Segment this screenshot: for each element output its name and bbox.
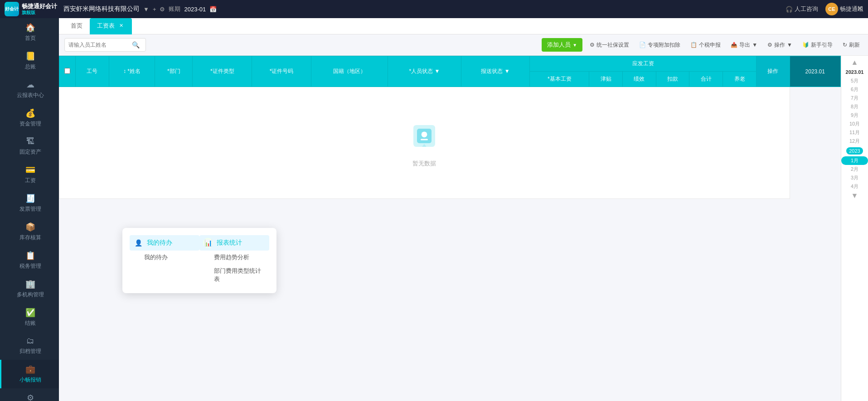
float-menu-item-todo[interactable]: 我的待办 bbox=[130, 251, 199, 264]
customer-service-btn[interactable]: 🎧 人工咨询 bbox=[786, 5, 818, 13]
sidebar-item-cloud-report[interactable]: ☁ 云报表中心 bbox=[0, 75, 59, 104]
cloud-icon: ☁ bbox=[26, 80, 34, 90]
timeline-4[interactable]: 4月 bbox=[841, 182, 868, 191]
inventory-icon: 📦 bbox=[25, 222, 35, 232]
th-dept: *部门 bbox=[155, 56, 193, 87]
timeline-6[interactable]: 6月 bbox=[841, 85, 868, 94]
add-company-btn[interactable]: + bbox=[153, 6, 156, 13]
sidebar-label-fixed-assets: 固定资产 bbox=[19, 148, 41, 156]
float-menu-item-cost-trend-label: 费用趋势分析 bbox=[214, 254, 249, 261]
float-menu-todo-label: 我的待办 bbox=[147, 239, 172, 247]
th-checkbox[interactable] bbox=[59, 56, 76, 87]
timeline-12[interactable]: 12月 bbox=[841, 137, 868, 145]
tax-report-label: 个税申报 bbox=[699, 41, 721, 49]
tab-home[interactable]: 首页 bbox=[63, 18, 90, 34]
th-name: ↕ *姓名 bbox=[109, 56, 155, 87]
float-menu-header-todo[interactable]: 👤 我的待办 bbox=[130, 235, 199, 251]
search-icon[interactable]: 🔍 bbox=[132, 41, 140, 48]
timeline-nav-up[interactable]: ▲ bbox=[850, 58, 859, 68]
new-guide-icon: 🔰 bbox=[802, 42, 809, 48]
tab-close-btn[interactable]: ✕ bbox=[117, 22, 125, 29]
timeline-header: 2023.01 bbox=[846, 68, 864, 77]
sidebar-item-xiaoxi-expense[interactable]: 💼 小畅报销 bbox=[0, 360, 59, 388]
sidebar-item-archive-mgmt[interactable]: 🗂 归档管理 bbox=[0, 332, 59, 360]
sidebar-item-settlement[interactable]: ✅ 结账 bbox=[0, 303, 59, 332]
float-menu-report-label: 报表统计 bbox=[217, 239, 242, 247]
refresh-label: 刷新 bbox=[849, 41, 860, 49]
period-value[interactable]: 2023-01 bbox=[184, 6, 206, 13]
operation-btn[interactable]: ⚙ 操作 ▼ bbox=[765, 38, 795, 52]
sidebar-item-basic-settings[interactable]: ⚙ 基础设置 bbox=[0, 388, 59, 401]
float-menu-item-cost-trend[interactable]: 费用趋势分析 bbox=[199, 251, 269, 264]
sidebar-label-archive-mgmt: 归档管理 bbox=[19, 348, 41, 355]
social-insurance-label: 统一社保设置 bbox=[596, 41, 629, 49]
sidebar-item-invoice-mgmt[interactable]: 🧾 发票管理 bbox=[0, 189, 59, 217]
sidebar-label-salary: 工资 bbox=[25, 177, 36, 184]
sidebar-label-settlement: 结账 bbox=[25, 319, 36, 327]
float-menu-header-report[interactable]: 📊 报表统计 bbox=[199, 235, 269, 251]
export-icon: 📤 bbox=[731, 42, 737, 48]
calendar-icon[interactable]: 📅 bbox=[209, 6, 217, 13]
right-timeline: ▲ 2023.01 5月 6月 7月 8月 9月 10月 11月 12月 202… bbox=[841, 56, 868, 401]
fund-icon: 💰 bbox=[25, 108, 35, 118]
timeline-8[interactable]: 8月 bbox=[841, 102, 868, 111]
sidebar-item-salary[interactable]: 💳 工资 bbox=[0, 160, 59, 189]
timeline-1[interactable]: 1月 bbox=[841, 156, 868, 165]
refresh-btn[interactable]: ↻ 刷新 bbox=[840, 38, 863, 52]
new-guide-btn[interactable]: 🔰 新手引导 bbox=[800, 38, 835, 52]
period-label: 账期 bbox=[169, 5, 180, 13]
export-btn[interactable]: 📤 导出 ▼ bbox=[728, 38, 760, 52]
sidebar-item-fixed-assets[interactable]: 🏗 固定资产 bbox=[0, 132, 59, 160]
timeline-7[interactable]: 7月 bbox=[841, 94, 868, 102]
sidebar-item-general-ledger[interactable]: 📒 总账 bbox=[0, 47, 59, 75]
timeline-3[interactable]: 3月 bbox=[841, 174, 868, 182]
svg-point-2 bbox=[422, 131, 427, 137]
company-name[interactable]: 西安虾米网络科技有限公司 bbox=[63, 5, 140, 13]
sidebar-item-fund-mgmt[interactable]: 💰 资金管理 bbox=[0, 104, 59, 132]
timeline-11[interactable]: 11月 bbox=[841, 128, 868, 137]
new-guide-label: 新手引导 bbox=[811, 41, 833, 49]
select-all-checkbox[interactable] bbox=[64, 68, 70, 74]
sidebar-label-cloud-report: 云报表中心 bbox=[17, 92, 44, 99]
export-arrow-icon: ▼ bbox=[752, 42, 757, 48]
timeline-nav-down[interactable]: ▼ bbox=[850, 191, 859, 201]
tab-salary-table[interactable]: 工资表 ✕ bbox=[90, 18, 132, 34]
main-layout: 🏠 首页 📒 总账 ☁ 云报表中心 💰 资金管理 🏗 固定资产 💳 工资 🧾 发… bbox=[0, 18, 868, 401]
sidebar-label-inventory: 库存核算 bbox=[19, 234, 41, 242]
tax-icon: 📋 bbox=[25, 251, 35, 261]
timeline-9[interactable]: 9月 bbox=[841, 111, 868, 120]
add-employee-label: 添加人员 bbox=[547, 41, 571, 49]
special-deduction-label: 专项附加扣除 bbox=[648, 41, 680, 49]
th-salary-group: 应发工资 bbox=[530, 56, 756, 72]
th-bonus: 绩效 bbox=[622, 72, 656, 87]
float-menu: 👤 我的待办 我的待办 📊 报表统计 费用趋势分析 bbox=[122, 228, 276, 293]
salary-table: 工号 ↕ *姓名 *部门 *证件类型 *证件号码 国籍（地区） *人员状态 ▼ … bbox=[59, 56, 841, 199]
sidebar-item-multi-org[interactable]: 🏢 多机构管理 bbox=[0, 275, 59, 303]
headset-icon: 🎧 bbox=[786, 6, 793, 13]
sidebar-item-inventory[interactable]: 📦 库存核算 bbox=[0, 217, 59, 246]
add-employee-btn[interactable]: 添加人员 ▼ bbox=[542, 38, 582, 52]
company-dropdown-icon[interactable]: ▼ bbox=[143, 6, 149, 13]
sidebar-label-general-ledger: 总账 bbox=[25, 63, 36, 71]
float-menu-grid: 👤 我的待办 我的待办 📊 报表统计 费用趋势分析 bbox=[130, 235, 269, 286]
operation-label: 操作 bbox=[774, 41, 785, 49]
sidebar-label-invoice-mgmt: 发票管理 bbox=[19, 205, 41, 213]
fixed-assets-icon: 🏗 bbox=[26, 137, 34, 146]
sidebar-item-home[interactable]: 🏠 首页 bbox=[0, 18, 59, 47]
timeline-2[interactable]: 2月 bbox=[841, 165, 868, 174]
timeline-5[interactable]: 5月 bbox=[841, 77, 868, 85]
special-deduction-btn[interactable]: 📄 专项附加扣除 bbox=[636, 38, 683, 52]
tax-report-btn[interactable]: 📋 个税申报 bbox=[688, 38, 723, 52]
social-insurance-btn[interactable]: ⚙ 统一社保设置 bbox=[587, 38, 632, 52]
timeline-10[interactable]: 10月 bbox=[841, 120, 868, 128]
search-box: 🔍 bbox=[64, 38, 146, 52]
refresh-icon: ↻ bbox=[843, 42, 847, 48]
float-menu-item-dept-cost[interactable]: 部门费用类型统计表 bbox=[199, 264, 269, 286]
sidebar: 🏠 首页 📒 总账 ☁ 云报表中心 💰 资金管理 🏗 固定资产 💳 工资 🧾 发… bbox=[0, 18, 59, 401]
multi-org-icon: 🏢 bbox=[25, 279, 35, 289]
empty-state: 暂无数据 bbox=[62, 91, 787, 195]
sidebar-item-tax-mgmt[interactable]: 📋 税务管理 bbox=[0, 246, 59, 275]
search-input[interactable] bbox=[68, 42, 132, 48]
settings-btn[interactable]: ⚙ bbox=[160, 6, 165, 13]
sidebar-label-home: 首页 bbox=[25, 34, 36, 42]
